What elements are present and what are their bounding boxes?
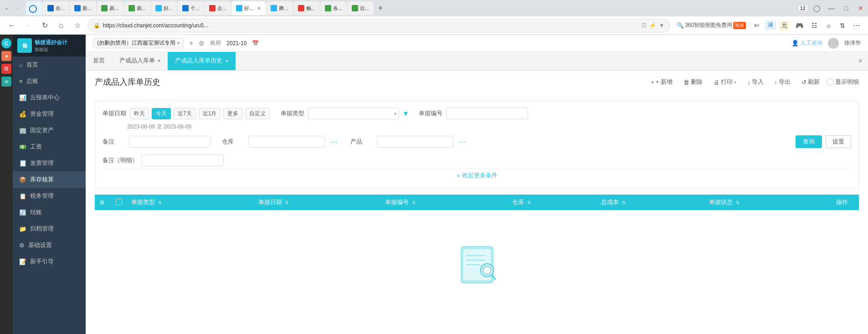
- tab-3[interactable]: 易...: [97, 1, 123, 15]
- back-btn[interactable]: ←: [5, 19, 18, 32]
- tab-logo[interactable]: ◯: [26, 1, 42, 15]
- sync-btn[interactable]: ⇅: [837, 21, 848, 30]
- calendar-icon[interactable]: 📅: [252, 40, 259, 46]
- display-btn[interactable]: ☼: [823, 21, 834, 30]
- nav-item-settle[interactable]: 🔄 结账: [13, 204, 86, 221]
- import-btn[interactable]: ↓ 导入: [744, 76, 767, 88]
- nav-item-invoice[interactable]: 🧾 发票管理: [13, 155, 86, 171]
- browser-minimize[interactable]: —: [826, 3, 837, 14]
- nav-item-wage[interactable]: 💵 工资: [13, 139, 86, 155]
- page-tab-history[interactable]: 产成品入库单历史 ×: [168, 52, 235, 70]
- tab-4[interactable]: 易...: [124, 1, 150, 15]
- display-detail-check[interactable]: [827, 79, 833, 85]
- tab-11[interactable]: 各...: [320, 1, 347, 15]
- col-no[interactable]: 单据编号 ⇅: [380, 195, 508, 210]
- user-avatar[interactable]: [828, 38, 839, 49]
- nav-item-asset[interactable]: 🏢 固定资产: [13, 122, 86, 139]
- warehouse-more-icon[interactable]: ⋯: [329, 138, 339, 146]
- yuan-btn[interactable]: 元: [779, 21, 790, 31]
- company-select[interactable]: (勿删勿禁用）江西服宝测试专用 ▾: [93, 38, 184, 48]
- browser-back-btn[interactable]: ←: [2, 3, 12, 13]
- game-btn[interactable]: 🎮: [793, 21, 806, 30]
- header-checkbox[interactable]: [116, 199, 122, 205]
- nav-item-inventory[interactable]: 📦 库存核算: [13, 171, 86, 188]
- date-btn-1month[interactable]: 近1月: [199, 108, 221, 119]
- extensions-icon[interactable]: ☷: [642, 22, 647, 29]
- no-input[interactable]: [446, 108, 528, 119]
- browser-maximize[interactable]: □: [841, 3, 852, 14]
- app-logo-icon[interactable]: C: [1, 38, 11, 48]
- lightning-icon[interactable]: ⚡: [649, 22, 656, 29]
- settings-btn[interactable]: 设置: [826, 135, 851, 148]
- new-tab-btn[interactable]: +: [374, 2, 387, 15]
- product-input[interactable]: [377, 136, 453, 148]
- display-detail-checkbox[interactable]: 显示明细: [827, 78, 859, 86]
- export-btn[interactable]: ↑ 导出: [771, 76, 795, 88]
- reload-btn[interactable]: ↻: [38, 19, 51, 32]
- add-company-btn[interactable]: +: [189, 39, 193, 47]
- search-engine-btn[interactable]: 🔍 360智能抠图免费用 热搜: [674, 21, 749, 30]
- translate-btn[interactable]: 译: [765, 21, 776, 30]
- icon-sidebar-item-1[interactable]: ★: [1, 51, 11, 61]
- more-btn[interactable]: ⋯: [851, 21, 863, 30]
- tab-9[interactable]: 腾...: [266, 1, 293, 15]
- browser-forward-btn[interactable]: →: [13, 3, 23, 13]
- nav-item-fund[interactable]: 💰 资金管理: [13, 106, 86, 122]
- query-btn[interactable]: 查询: [796, 135, 822, 148]
- delete-btn[interactable]: 🗑 删除: [680, 76, 706, 88]
- col-checkbox[interactable]: [111, 195, 127, 210]
- nav-item-new[interactable]: 📝 新手引导: [13, 253, 86, 270]
- collapse-btn[interactable]: ∧ 收起更多条件: [103, 168, 851, 182]
- page-tab-history-close[interactable]: ×: [225, 58, 228, 63]
- nav-item-report[interactable]: 📊 云报表中心: [13, 89, 86, 106]
- browser-close[interactable]: ✕: [855, 3, 866, 14]
- bookmark-btn[interactable]: ☆: [71, 19, 84, 32]
- add-btn[interactable]: + + 新增: [647, 76, 676, 88]
- col-settings[interactable]: ⚙: [95, 195, 111, 210]
- col-warehouse[interactable]: 仓库 ⇅: [508, 195, 596, 210]
- col-date[interactable]: 单据日期 ⇅: [254, 195, 381, 210]
- settings-topbar-btn[interactable]: ⚙: [199, 40, 205, 47]
- tab-10[interactable]: 畅...: [293, 1, 320, 15]
- icon-sidebar-item-2[interactable]: 微: [1, 64, 11, 74]
- icon-sidebar-item-3[interactable]: ✉: [1, 77, 11, 87]
- nav-item-settings[interactable]: ⚙ 基础设置: [13, 237, 86, 253]
- tab-8-close[interactable]: ✕: [257, 5, 261, 11]
- note-input[interactable]: [129, 136, 211, 148]
- tab-2[interactable]: 新...: [70, 1, 96, 15]
- forward-btn[interactable]: →: [22, 19, 35, 32]
- tab-6[interactable]: 个...: [178, 1, 204, 15]
- type-select[interactable]: [308, 108, 399, 119]
- browser-window-icon[interactable]: ◯: [812, 3, 822, 14]
- service-btn[interactable]: 👤 人工咨询: [791, 39, 822, 47]
- col-type[interactable]: 单据类型 ⇅: [127, 195, 254, 210]
- tab-12[interactable]: 目...: [347, 1, 374, 15]
- page-tab-list[interactable]: 产成品入库单 ×: [112, 52, 168, 70]
- page-tab-panel-close[interactable]: ×: [853, 52, 868, 70]
- print-btn[interactable]: 🖨 打印 ▾: [710, 76, 740, 88]
- date-btn-yesterday[interactable]: 昨天: [130, 108, 149, 119]
- date-btn-today[interactable]: 今天: [152, 108, 171, 119]
- nav-item-archive[interactable]: 📁 归档管理: [13, 221, 86, 237]
- dropdown-icon[interactable]: ▼: [659, 22, 664, 29]
- product-more-icon[interactable]: ⋯: [457, 138, 468, 146]
- note-detail-input[interactable]: [142, 154, 224, 166]
- col-total-cost[interactable]: 总成本 ⇅: [596, 195, 704, 210]
- url-bar[interactable]: 🔒 https://cloud.chanjet.com/accounting/u…: [87, 19, 670, 32]
- grid-btn[interactable]: ☷: [809, 21, 820, 30]
- tab-7[interactable]: 企...: [205, 1, 231, 15]
- tab-1[interactable]: 在...: [43, 1, 69, 15]
- tab-5[interactable]: 好...: [151, 1, 177, 15]
- nav-item-ledger[interactable]: ≡ 总账: [13, 73, 86, 89]
- nav-item-home[interactable]: ⌂ 首页: [13, 57, 86, 73]
- date-btn-more[interactable]: 更多: [223, 108, 242, 119]
- cut-icon[interactable]: ✄: [751, 21, 762, 30]
- date-btn-custom[interactable]: 自定义: [245, 108, 270, 119]
- col-status[interactable]: 单据状态 ⇅: [704, 195, 832, 210]
- home-btn[interactable]: ⌂: [55, 19, 67, 32]
- nav-item-tax[interactable]: 📋 税务管理: [13, 188, 86, 204]
- date-btn-7days[interactable]: 近7天: [174, 108, 196, 119]
- tab-8-active[interactable]: 好... ✕: [231, 1, 266, 15]
- refresh-btn[interactable]: ↺ 刷新: [798, 76, 823, 88]
- page-tab-home[interactable]: 首页: [86, 52, 112, 70]
